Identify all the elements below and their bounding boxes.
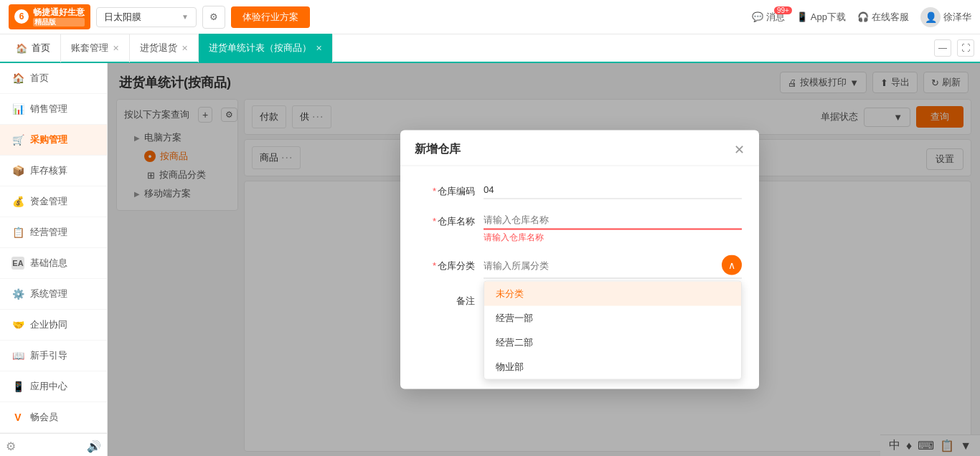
logo-area: 6 畅捷通好生意 精品版: [9, 4, 90, 29]
main-layout: 🏠 首页 📊 销售管理 🛒 采购管理 📦 库存核算 💰 资金管理 📋 经营管理 …: [0, 63, 980, 456]
tab-fullscreen-button[interactable]: ⛶: [957, 39, 974, 57]
sidebar-settings-icon[interactable]: ⚙: [6, 440, 16, 453]
tab-purchase-stats[interactable]: 进货单统计表（按商品） ✕: [199, 34, 333, 62]
sidebar: 🏠 首页 📊 销售管理 🛒 采购管理 📦 库存核算 💰 资金管理 📋 经营管理 …: [0, 63, 108, 456]
warehouse-code-label: *仓库编码: [418, 181, 475, 198]
warehouse-code-input[interactable]: [484, 181, 742, 199]
logo-badge: 精品版: [33, 18, 85, 27]
sidebar-collapse-icon[interactable]: 🔊: [87, 440, 101, 453]
dialog-header: 新增仓库 ✕: [400, 130, 759, 166]
username-label: 徐泽华: [943, 11, 971, 24]
enterprise-icon: 🤝: [11, 318, 24, 331]
tab-account[interactable]: 账套管理 ✕: [61, 34, 130, 62]
category-dropdown: 未分类 经营一部 经营二部 物业部: [484, 281, 742, 380]
tab-minimize-button[interactable]: —: [934, 39, 951, 57]
sidebar-item-operations[interactable]: 📋 经营管理: [0, 217, 107, 248]
sidebar-bottom: ⚙ 🔊: [0, 433, 107, 456]
tab-home[interactable]: 🏠 首页: [6, 34, 61, 62]
sidebar-item-sales[interactable]: 📊 销售管理: [0, 94, 107, 125]
logo-text: 畅捷通好生意 精品版: [33, 7, 85, 26]
category-option-property[interactable]: 物业部: [484, 355, 741, 379]
close-icon[interactable]: ✕: [182, 44, 188, 53]
app-download-button[interactable]: 📱 App下载: [796, 11, 846, 24]
app-center-icon: 📱: [11, 380, 24, 393]
category-option-dept2[interactable]: 经营二部: [484, 331, 741, 355]
sidebar-item-inventory[interactable]: 📦 库存核算: [0, 156, 107, 186]
close-icon[interactable]: ✕: [113, 44, 119, 53]
system-icon: ⚙️: [11, 288, 24, 300]
sidebar-item-guide[interactable]: 📖 新手引导: [0, 341, 107, 371]
message-icon: 💬: [752, 11, 763, 22]
sidebar-item-purchase[interactable]: 🛒 采购管理: [0, 125, 107, 156]
category-option-unclassified[interactable]: 未分类: [484, 282, 741, 306]
basic-info-icon: EA: [11, 257, 24, 270]
sidebar-item-enterprise[interactable]: 🤝 企业协同: [0, 310, 107, 341]
headset-icon: 🎧: [857, 11, 869, 22]
category-toggle-button[interactable]: ∧: [722, 255, 742, 275]
warehouse-category-label: *仓库分类: [418, 255, 475, 272]
dialog-close-button[interactable]: ✕: [734, 143, 745, 156]
sidebar-item-system[interactable]: ⚙️ 系统管理: [0, 279, 107, 310]
trial-button[interactable]: 体验行业方案: [231, 6, 310, 28]
dialog-body: *仓库编码 *仓库名称 请输入仓库名称: [400, 166, 759, 352]
guide-icon: 📖: [11, 349, 24, 362]
warehouse-category-row: *仓库分类 ∧ 未分类 经营一部 经营二部 物业部: [418, 255, 742, 279]
vip-icon: V: [11, 411, 24, 424]
warehouse-code-row: *仓库编码: [418, 181, 742, 199]
sidebar-item-vip[interactable]: V 畅会员: [0, 402, 107, 433]
home-icon: 🏠: [16, 43, 27, 54]
logo-icon: 6: [14, 9, 29, 24]
user-profile-button[interactable]: 👤 徐泽华: [920, 7, 971, 27]
sidebar-item-home[interactable]: 🏠 首页: [0, 63, 107, 94]
category-option-dept1[interactable]: 经营一部: [484, 306, 741, 331]
close-icon[interactable]: ✕: [316, 44, 322, 53]
warehouse-name-input[interactable]: [484, 211, 742, 230]
category-wrapper: ∧ 未分类 经营一部 经营二部 物业部: [484, 255, 742, 279]
online-service-button[interactable]: 🎧 在线客服: [857, 11, 909, 24]
message-badge: 99+: [774, 6, 792, 14]
category-input-row: ∧: [484, 255, 742, 279]
sidebar-item-basic-info[interactable]: EA 基础信息: [0, 248, 107, 279]
messages-button[interactable]: 💬 消息 99+: [752, 11, 785, 24]
warehouse-name-label: *仓库名称: [418, 211, 475, 228]
finance-icon: 💰: [11, 195, 24, 208]
warehouse-name-row: *仓库名称 请输入仓库名称: [418, 211, 742, 244]
avatar: 👤: [920, 7, 941, 27]
add-warehouse-dialog: 新增仓库 ✕ *仓库编码 *仓库名称: [400, 130, 759, 389]
tabbar-controls: — ⛶: [934, 39, 974, 57]
content-area: 进货单统计(按商品) 🖨 按模板打印 ▼ ⬆ 导出 ↻ 刷新: [108, 63, 980, 456]
dialog-title: 新增仓库: [415, 142, 461, 157]
store-name: 日太阳膜: [104, 11, 179, 24]
inventory-icon: 📦: [11, 164, 24, 177]
home-icon: 🏠: [11, 72, 24, 85]
app-icon: 📱: [796, 11, 808, 22]
purchase-icon: 🛒: [11, 133, 24, 146]
topbar: 6 畅捷通好生意 精品版 日太阳膜 ▼ ⚙ 体验行业方案 💬 消息 99+ 📱 …: [0, 0, 980, 34]
category-input[interactable]: [484, 256, 722, 274]
store-selector[interactable]: 日太阳膜 ▼: [96, 7, 197, 27]
warehouse-name-wrapper: 请输入仓库名称: [484, 211, 742, 244]
operations-icon: 📋: [11, 226, 24, 239]
warehouse-name-error: 请输入仓库名称: [484, 232, 742, 244]
tabbar: 🏠 首页 账套管理 ✕ 进货退货 ✕ 进货单统计表（按商品） ✕ — ⛶: [0, 34, 980, 63]
warehouse-notes-label: 备注: [418, 290, 475, 308]
sidebar-item-finance[interactable]: 💰 资金管理: [0, 186, 107, 217]
topbar-right: 💬 消息 99+ 📱 App下载 🎧 在线客服 👤 徐泽华: [752, 7, 971, 27]
sidebar-item-app[interactable]: 📱 应用中心: [0, 371, 107, 402]
gear-button[interactable]: ⚙: [202, 6, 225, 29]
tab-purchase-return[interactable]: 进货退货 ✕: [130, 34, 199, 62]
sales-icon: 📊: [11, 103, 24, 115]
chevron-down-icon: ▼: [182, 13, 189, 21]
